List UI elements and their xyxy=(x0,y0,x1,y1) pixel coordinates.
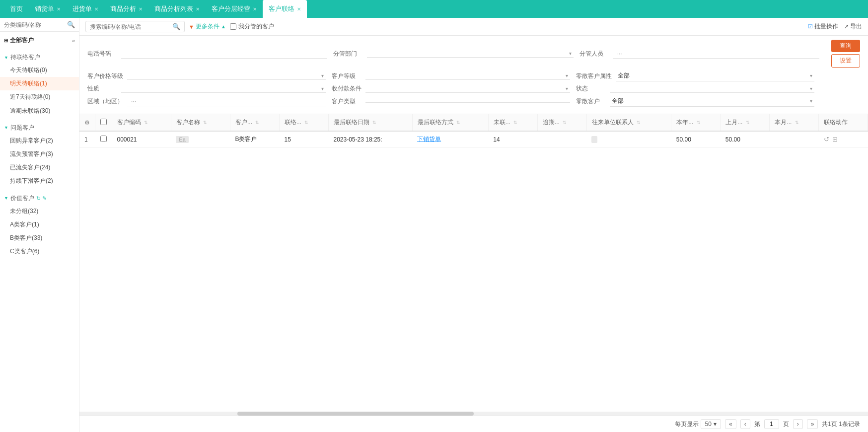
th-last-contact-method[interactable]: 最后联络方式 ⇅ xyxy=(412,114,488,131)
batch-op-button[interactable]: ☑ 批量操作 xyxy=(808,22,838,31)
sidebar-item-tomorrow-pending[interactable]: 明天待联络(1) xyxy=(0,77,79,90)
sidebar-item-b-class[interactable]: B类客户(33) xyxy=(0,231,79,245)
filter-search-icon[interactable]: 🔍 xyxy=(172,23,180,30)
th-this-month[interactable]: 本月... ⇅ xyxy=(770,114,819,131)
sidebar-item-c-class[interactable]: C类客户(6) xyxy=(0,245,79,258)
my-customer-check-input[interactable] xyxy=(230,23,236,30)
sidebar-item-overdue-pending[interactable]: 逾期未联络(30) xyxy=(0,104,79,118)
pagination-bar: 每页显示 50 ▾ « ‹ 第 页 › » 共1页 1条记录 xyxy=(79,416,868,432)
th-settings[interactable]: ⚙ xyxy=(79,114,95,131)
td-checkbox[interactable] xyxy=(95,131,112,147)
sidebar-item-lost-customers[interactable]: 已流失客户(24) xyxy=(0,161,79,174)
export-button[interactable]: ↗ 导出 xyxy=(844,22,862,31)
prev-page-button[interactable]: ‹ xyxy=(740,419,750,429)
th-unit-contact[interactable]: 往来单位联系人 ⇅ xyxy=(586,114,671,131)
th-this-year[interactable]: 本年... ⇅ xyxy=(671,114,721,131)
sidebar-item-ungrouped[interactable]: 未分组(32) xyxy=(0,205,79,218)
page-num-input[interactable] xyxy=(764,419,779,429)
close-icon[interactable]: ✕ xyxy=(297,6,301,12)
detail-action-icon[interactable]: ⊞ xyxy=(832,136,838,143)
filter-customerlevel-cell: 客户等级 ▾ xyxy=(332,72,570,80)
close-icon[interactable]: ✕ xyxy=(196,6,200,12)
filter-row-3: 性质 ▾ 收付款条件 ▾ 状态 xyxy=(87,84,860,93)
th-name[interactable]: 客户名称 ⇅ xyxy=(171,114,230,131)
th-checkbox[interactable] xyxy=(95,114,112,131)
sidebar-all-customers[interactable]: ⊞ 全部客户 « xyxy=(0,34,79,47)
more-filter-button[interactable]: ▼ 更多条件 ▲ xyxy=(189,22,226,31)
sort-icon: ⇅ xyxy=(746,120,750,125)
filter-search-box[interactable]: 🔍 xyxy=(85,21,185,32)
th-last-month[interactable]: 上月... ⇅ xyxy=(721,114,770,131)
close-icon[interactable]: ✕ xyxy=(253,6,257,12)
filter-pricelevel-cell: 客户价格等级 ▾ xyxy=(87,72,326,80)
nav-customer-layer[interactable]: 客户分层经营 ✕ xyxy=(206,0,263,18)
sort-icon: ⇅ xyxy=(304,120,308,125)
nav-goods-analysis[interactable]: 商品分析 ✕ xyxy=(104,0,148,18)
payment-select[interactable]: ▾ xyxy=(365,85,570,93)
person-select[interactable]: ··· xyxy=(613,49,819,59)
sidebar-problem-group[interactable]: ▼ 问题客户 xyxy=(0,122,79,134)
th-type[interactable]: 客户... ⇅ xyxy=(230,114,279,131)
dept-select[interactable]: ▾ xyxy=(367,50,573,58)
filter-search-input[interactable] xyxy=(90,23,172,30)
nav-customer-contact[interactable]: 客户联络 ✕ xyxy=(263,0,307,18)
retail-attr-select[interactable]: 全部 ▾ xyxy=(616,71,814,81)
refresh-icon[interactable]: ↻ xyxy=(36,195,41,202)
close-icon[interactable]: ✕ xyxy=(139,6,143,12)
contact-action-icon[interactable]: ↺ xyxy=(824,136,829,143)
filter-retail-attr-cell: 零散客户属性 全部 ▾ xyxy=(576,71,814,81)
action-icons: ↺ ⊞ xyxy=(824,136,863,143)
my-customer-checkbox[interactable]: 我分管的客户 xyxy=(230,22,274,31)
sidebar-item-declining-customers[interactable]: 持续下滑客户(2) xyxy=(0,174,79,188)
nav-goods-analysis-list[interactable]: 商品分析列表 ✕ xyxy=(148,0,206,18)
edit-icon[interactable]: ✎ xyxy=(42,195,47,202)
settings-icon[interactable]: ⚙ xyxy=(84,119,90,126)
scrollbar-thumb[interactable] xyxy=(237,412,474,416)
table-row: 1 000021 Ea B类客户 15 2023-05-23 18:25: 下销… xyxy=(79,131,868,147)
th-contacts[interactable]: 联络... ⇅ xyxy=(279,114,328,131)
pricelevel-select[interactable]: ▾ xyxy=(127,72,326,80)
close-icon[interactable]: ✕ xyxy=(94,6,98,12)
phone-input[interactable] xyxy=(121,49,327,59)
sidebar-pending-group[interactable]: ▼ 待联络客户 xyxy=(0,51,79,64)
status-select[interactable]: ▾ xyxy=(610,85,814,93)
query-button[interactable]: 查询 xyxy=(831,40,860,52)
customerlevel-select[interactable]: ▾ xyxy=(365,72,570,80)
collapse-icon[interactable]: « xyxy=(72,38,75,44)
nav-sales[interactable]: 销货单 ✕ xyxy=(29,0,67,18)
setting-button[interactable]: 设置 xyxy=(831,54,860,68)
sidebar-search-icon[interactable]: 🔍 xyxy=(67,21,75,28)
sidebar-value-group[interactable]: ▼ 价值客户 ↻ ✎ xyxy=(0,192,79,205)
filter-actions: 查询 设置 xyxy=(825,40,860,68)
sidebar-item-today-pending[interactable]: 今天待联络(0) xyxy=(0,64,79,77)
nav-home[interactable]: 首页 xyxy=(4,0,29,18)
region-select[interactable]: ··· xyxy=(127,97,326,106)
th-overdue[interactable]: 逾期... ⇅ xyxy=(537,114,586,131)
td-name: Ea xyxy=(171,131,230,147)
nav-purchase[interactable]: 进货单 ✕ xyxy=(67,0,104,18)
close-icon[interactable]: ✕ xyxy=(57,6,61,12)
filter-payment-cell: 收付款条件 ▾ xyxy=(332,84,570,93)
th-not-contacted[interactable]: 未联... ⇅ xyxy=(488,114,537,131)
horizontal-scrollbar[interactable] xyxy=(79,412,868,416)
th-code[interactable]: 客户编码 ⇅ xyxy=(112,114,171,131)
sidebar-search-input[interactable] xyxy=(4,21,67,28)
sidebar-search-box[interactable]: 🔍 xyxy=(0,18,79,32)
td-last-contact-method[interactable]: 下销货单 xyxy=(412,131,488,147)
last-page-button[interactable]: » xyxy=(807,419,818,429)
row-checkbox[interactable] xyxy=(100,136,107,142)
customertype-select[interactable] xyxy=(365,100,570,103)
chevron-down-icon: ▾ xyxy=(566,73,568,78)
nature-select[interactable]: ▾ xyxy=(121,85,326,93)
th-last-contact-date[interactable]: 最后联络日期 ⇅ xyxy=(329,114,413,131)
retail-customer-select[interactable]: 全部 ▾ xyxy=(610,96,814,107)
sidebar-item-week-pending[interactable]: 近7天待联络(0) xyxy=(0,90,79,104)
filter-person-cell: 分管人员 ··· xyxy=(579,49,819,59)
first-page-button[interactable]: « xyxy=(725,419,736,429)
sidebar-item-a-class[interactable]: A类客户(1) xyxy=(0,218,79,231)
select-all-checkbox[interactable] xyxy=(100,119,107,125)
sidebar-item-loss-warning[interactable]: 流失预警客户(3) xyxy=(0,147,79,161)
next-page-button[interactable]: › xyxy=(793,419,803,429)
page-size-box[interactable]: 50 ▾ xyxy=(701,419,721,429)
sidebar-item-repurchase-anomaly[interactable]: 回购异常客户(2) xyxy=(0,134,79,147)
